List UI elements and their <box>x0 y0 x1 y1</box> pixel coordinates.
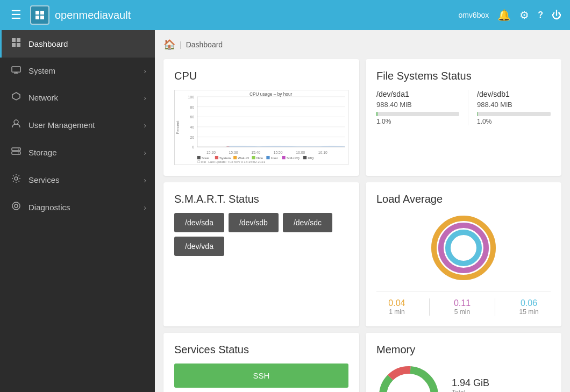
username-label: omv6box <box>458 11 489 19</box>
fs-sda1-pct: 1.0% <box>376 118 459 125</box>
services-card: Services Status SSH <box>163 333 359 392</box>
svg-rect-44 <box>197 156 201 159</box>
svg-rect-48 <box>233 156 237 159</box>
svg-point-19 <box>15 204 18 208</box>
memory-layout: 1.94 GiB Total 275.59 MiB 14% 1.67 GiB 8… <box>376 364 551 392</box>
svg-point-15 <box>18 149 19 150</box>
hamburger-button[interactable]: ☰ <box>9 6 24 24</box>
svg-rect-3 <box>40 16 44 19</box>
system-chevron-icon: › <box>144 67 146 75</box>
svg-text:16:10: 16:10 <box>318 151 327 154</box>
sidebar-item-system[interactable]: System › <box>0 58 155 84</box>
memory-info: 1.94 GiB Total 275.59 MiB 14% 1.67 GiB 8… <box>452 377 551 393</box>
svg-text:CPU usage – by hour: CPU usage – by hour <box>250 91 293 97</box>
svg-text:Last update: Tue Nov 9 16:15:0: Last update: Tue Nov 9 16:15:02 2021 <box>208 160 265 163</box>
cpu-card: CPU 100 80 60 40 <box>163 59 359 176</box>
fs-sda1-name: /dev/sda1 <box>376 90 459 98</box>
svg-text:20: 20 <box>190 135 194 140</box>
content-area: 🏠 | Dashboard CPU <box>155 30 570 392</box>
fs-sda1-size: 988.40 MiB <box>376 101 459 109</box>
load-1min: 0.04 1 min <box>388 298 405 316</box>
svg-rect-1 <box>40 11 44 15</box>
svg-text:Steal: Steal <box>202 156 209 160</box>
svg-text:15:30: 15:30 <box>229 151 238 154</box>
load-donut-container <box>376 213 551 283</box>
load-values: 0.04 1 min 0.11 5 min 0.06 15 min <box>376 291 551 316</box>
load-1min-num: 0.04 <box>388 298 405 308</box>
svg-rect-8 <box>12 67 20 72</box>
header-right: omv6box 🔔 ⚙ ? ⏻ <box>458 9 561 22</box>
svg-text:0: 0 <box>192 145 194 149</box>
svg-point-16 <box>18 153 19 154</box>
dashboard-grid: CPU 100 80 60 40 <box>163 59 561 392</box>
sidebar-item-diagnostics[interactable]: Diagnostics › <box>0 194 155 221</box>
svg-text:40: 40 <box>190 125 194 130</box>
svg-text:60: 60 <box>190 115 194 119</box>
breadcrumb-current: Dashboard <box>186 40 223 49</box>
svg-rect-52 <box>266 156 269 159</box>
smart-sdb-button[interactable]: /dev/sdb <box>229 213 279 232</box>
smart-vda-button[interactable]: /dev/vda <box>174 237 224 256</box>
sidebar-item-services[interactable]: Services › <box>0 166 155 194</box>
fs-sdb1-bar-bg <box>477 112 551 116</box>
sidebar-item-services-label: Services <box>28 175 137 184</box>
breadcrumb-separator: | <box>180 40 182 49</box>
fs-sda1-bar-bg <box>376 112 459 116</box>
fs-sdb1-pct: 1.0% <box>477 118 551 125</box>
help-button[interactable]: ? <box>538 10 543 20</box>
smart-card: S.M.A.R.T. Status /dev/sda /dev/sdb /dev… <box>163 182 359 326</box>
svg-rect-7 <box>17 43 20 47</box>
logo: openmediavault <box>30 5 131 25</box>
svg-point-12 <box>14 120 18 124</box>
svg-text:System: System <box>219 156 231 160</box>
fs-item-sda1: /dev/sda1 988.40 MiB 1.0% <box>376 90 459 125</box>
network-icon <box>10 91 22 104</box>
svg-rect-50 <box>252 156 255 159</box>
svg-rect-2 <box>35 16 39 19</box>
svg-rect-46 <box>215 156 218 159</box>
sidebar-item-network[interactable]: Network › <box>0 84 155 111</box>
diagnostics-chevron-icon: › <box>144 203 146 212</box>
power-button[interactable]: ⏻ <box>552 10 561 21</box>
header: ☰ openmediavault omv6box 🔔 ⚙ ? ⏻ <box>0 0 570 30</box>
svg-text:Percent: Percent <box>175 120 180 134</box>
svg-text:User: User <box>271 156 278 160</box>
load-15min-label: 15 min <box>519 308 539 316</box>
load-donut-chart <box>426 213 501 283</box>
cpu-chart: 100 80 60 40 20 0 Percent <box>174 90 348 165</box>
svg-text:Wait-IO: Wait-IO <box>238 156 249 160</box>
svg-rect-54 <box>282 156 285 159</box>
dashboard-icon <box>10 38 22 50</box>
load-5min: 0.11 5 min <box>454 298 471 316</box>
sidebar-item-storage[interactable]: Storage › <box>0 139 155 166</box>
services-icon <box>10 174 22 186</box>
sidebar-item-storage-label: Storage <box>28 148 137 157</box>
memory-donut-chart <box>376 364 441 392</box>
load-1min-label: 1 min <box>388 308 405 316</box>
load-15min: 0.06 15 min <box>519 298 539 316</box>
fs-sdb1-name: /dev/sdb1 <box>477 90 551 98</box>
storage-chevron-icon: › <box>144 148 146 157</box>
svg-rect-56 <box>303 156 307 159</box>
sidebar-item-user-management[interactable]: User Management › <box>0 111 155 139</box>
memory-total-value: 1.94 GiB <box>452 377 551 389</box>
notification-button[interactable]: 🔔 <box>497 9 511 22</box>
svg-text:15:50: 15:50 <box>274 151 283 154</box>
load-divider-2 <box>495 298 495 316</box>
fs-card: File Systems Status /dev/sda1 988.40 MiB… <box>366 59 561 176</box>
smart-sdc-button[interactable]: /dev/sdc <box>283 213 332 232</box>
breadcrumb-home-icon[interactable]: 🏠 <box>163 39 175 51</box>
services-card-title: Services Status <box>174 344 348 356</box>
svg-text:15:40: 15:40 <box>251 151 260 154</box>
svg-text:Nice: Nice <box>256 156 263 160</box>
smart-card-title: S.M.A.R.T. Status <box>174 193 348 205</box>
diagnostics-icon <box>10 201 22 213</box>
fs-sda1-bar <box>376 112 377 116</box>
load-5min-label: 5 min <box>454 308 471 316</box>
smart-sda-button[interactable]: /dev/sda <box>174 213 224 232</box>
load-15min-num: 0.06 <box>519 298 539 308</box>
settings-button[interactable]: ⚙ <box>519 9 529 22</box>
user-management-chevron-icon: › <box>144 121 146 130</box>
sidebar-item-dashboard[interactable]: Dashboard <box>0 30 155 58</box>
ssh-status-button[interactable]: SSH <box>174 364 348 388</box>
